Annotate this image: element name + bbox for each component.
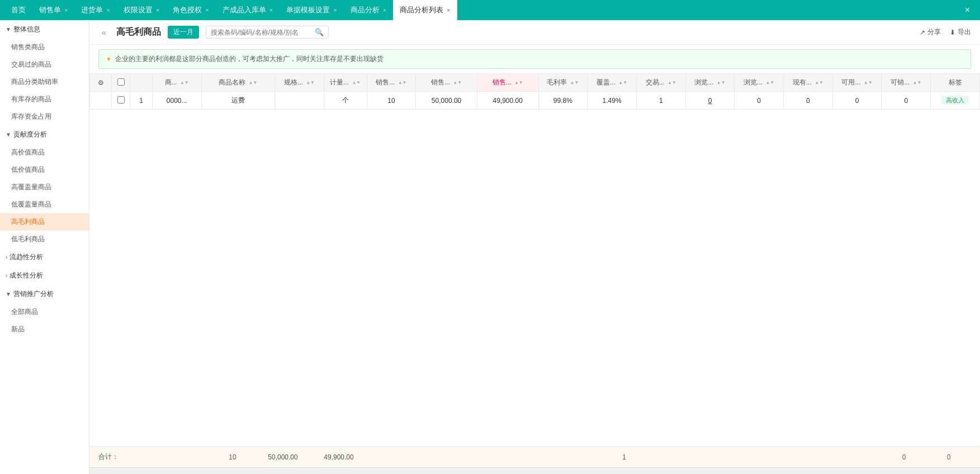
sidebar-item-new-goods[interactable]: 新品 (0, 321, 89, 338)
col-unit[interactable]: 计量... ▲▼ (324, 74, 367, 92)
cell-gross-rate: 99.8% (538, 92, 588, 110)
app-close-button[interactable]: × (959, 5, 976, 15)
sidebar-item-low-value[interactable]: 低价值商品 (0, 161, 89, 179)
table-wrapper: ⚙ 商... ▲▼ 商品名称 ▲▼ 规格... ▲ (89, 73, 980, 446)
close-permission-settings[interactable]: × (156, 7, 159, 13)
nav-template-settings[interactable]: 单据模板设置 × (280, 0, 343, 20)
cell-browse1[interactable]: 0 (685, 92, 735, 110)
col-browse1[interactable]: 浏览... ▲▼ (685, 74, 735, 92)
cell-sales-qty: 10 (367, 92, 416, 110)
arrow-contribution: ▼ (6, 132, 11, 138)
nav-role-permission[interactable]: 角色授权 × (166, 0, 215, 20)
col-sales-amt[interactable]: 销售... ▲▼ (416, 74, 477, 92)
top-navigation: 首页 销售单 × 进货单 × 权限设置 × 角色授权 × 产成品入库单 × 单据… (0, 0, 980, 20)
cell-spec (275, 92, 324, 110)
cell-index: 1 (130, 92, 152, 110)
sidebar: ▼ 整体信息 销售类商品 交易过的商品 商品分类助销率 有库存的商品 库存资金占… (0, 20, 89, 474)
col-name[interactable]: 商品名称 ▲▼ (201, 74, 275, 92)
nav-sales-order[interactable]: 销售单 × (32, 0, 74, 20)
sidebar-section-contribution[interactable]: ▼ 贡献度分析 (0, 125, 89, 144)
cell-available: 0 (832, 92, 882, 110)
export-button[interactable]: ⬇ 导出 (950, 27, 971, 37)
footer-sales-profit: 49,900.00 (311, 453, 367, 461)
col-sellable[interactable]: 可销... ▲▼ (882, 74, 931, 92)
arrow-growth: › (6, 273, 7, 279)
sidebar-item-sales-goods[interactable]: 销售类商品 (0, 39, 89, 56)
close-product-analysis[interactable]: × (383, 7, 386, 13)
horizontal-scrollbar[interactable] (89, 467, 980, 474)
export-icon: ⬇ (950, 29, 955, 36)
sidebar-item-high-margin[interactable]: 高毛利商品 (0, 213, 89, 231)
arrow-trend: › (6, 254, 7, 260)
close-role-permission[interactable]: × (205, 7, 209, 13)
nav-home[interactable]: 首页 (4, 0, 32, 20)
cell-transaction: 1 (636, 92, 685, 110)
col-code[interactable]: 商... ▲▼ (152, 74, 201, 92)
col-checkbox (112, 74, 130, 92)
cell-coverage: 1.49% (588, 92, 637, 110)
share-button[interactable]: ↗ 分享 (920, 27, 941, 37)
sidebar-section-growth[interactable]: › 成长性分析 (0, 266, 89, 285)
cell-code: 0000... (152, 92, 201, 110)
nav-purchase-order[interactable]: 进货单 × (74, 0, 116, 20)
col-available[interactable]: 可用... ▲▼ (832, 74, 882, 92)
col-gross-rate[interactable]: 毛利率 ▲▼ (538, 74, 588, 92)
content-header: « 高毛利商品 近一月 🔍 ↗ 分享 ⬇ 导出 (89, 20, 980, 45)
nav-finished-goods[interactable]: 产成品入库单 × (216, 0, 280, 20)
close-finished-goods[interactable]: × (269, 7, 273, 13)
close-sales-order[interactable]: × (64, 7, 68, 13)
content-area: « 高毛利商品 近一月 🔍 ↗ 分享 ⬇ 导出 ✦ 企业的主要的利润都是这部 (89, 20, 980, 474)
sidebar-item-traded-goods[interactable]: 交易过的商品 (0, 56, 89, 73)
col-current-stock[interactable]: 现有... ▲▼ (784, 74, 833, 92)
col-tag[interactable]: 标签 (931, 74, 980, 92)
info-banner: ✦ 企业的主要的利润都是这部分商品创造的，可考虑加大推广，同时关注库存是不要出现… (98, 49, 971, 69)
col-sales-profit[interactable]: 销售... ▲▼ (477, 74, 538, 92)
footer-sales-amt: 50,000.00 (255, 453, 311, 461)
col-spec[interactable]: 规格... ▲▼ (275, 74, 324, 92)
header-actions: ↗ 分享 ⬇ 导出 (920, 27, 971, 37)
close-product-analysis-list[interactable]: × (447, 7, 450, 13)
cell-browse2: 0 (735, 92, 784, 110)
close-template-settings[interactable]: × (333, 7, 337, 13)
select-all-checkbox[interactable] (117, 78, 125, 86)
footer-available: 0 (926, 453, 971, 461)
cell-sales-amt: 50,000.00 (416, 92, 477, 110)
search-input[interactable] (211, 29, 311, 36)
cell-sellable: 0 (882, 92, 931, 110)
sidebar-item-all-goods[interactable]: 全部商品 (0, 303, 89, 321)
cell-settings (90, 92, 112, 110)
col-sales-qty[interactable]: 销售... ▲▼ (367, 74, 416, 92)
search-box: 🔍 (206, 26, 329, 39)
col-settings[interactable]: ⚙ (90, 74, 112, 92)
sidebar-collapse-button[interactable]: « (98, 27, 110, 38)
cell-checkbox (112, 92, 130, 110)
footer-current-stock: 0 (882, 453, 926, 461)
sidebar-item-high-coverage[interactable]: 高覆盖量商品 (0, 179, 89, 196)
cell-current-stock: 0 (784, 92, 833, 110)
sidebar-section-marketing[interactable]: ▼ 营销推广分析 (0, 285, 89, 303)
cell-sales-profit: 49,900.00 (477, 92, 538, 110)
sidebar-item-high-value[interactable]: 高价值商品 (0, 144, 89, 161)
sidebar-item-low-coverage[interactable]: 低覆盖量商品 (0, 196, 89, 213)
footer-sales-qty: 10 (210, 453, 255, 461)
sidebar-section-overall[interactable]: ▼ 整体信息 (0, 20, 89, 39)
page-title: 高毛利商品 (116, 26, 161, 38)
row-checkbox[interactable] (117, 96, 125, 104)
sidebar-item-low-margin[interactable]: 低毛利商品 (0, 231, 89, 248)
close-purchase-order[interactable]: × (106, 7, 110, 13)
col-browse2[interactable]: 浏览... ▲▼ (735, 74, 784, 92)
sidebar-item-stocked-goods[interactable]: 有库存的商品 (0, 91, 89, 108)
nav-permission-settings[interactable]: 权限设置 × (117, 0, 166, 20)
search-icon[interactable]: 🔍 (315, 28, 324, 36)
nav-product-analysis[interactable]: 商品分析 × (344, 0, 393, 20)
sidebar-item-category-assist[interactable]: 商品分类助销率 (0, 73, 89, 91)
sidebar-item-stock-capital[interactable]: 库存资金占用 (0, 108, 89, 125)
time-filter-button[interactable]: 近一月 (168, 26, 199, 39)
nav-product-analysis-list[interactable]: 商品分析列表 × (393, 0, 457, 20)
sidebar-section-trend[interactable]: › 流趋性分析 (0, 248, 89, 266)
cell-tag: 高收入 (931, 92, 980, 110)
cell-unit: 个 (324, 92, 367, 110)
total-label: 合计： (98, 452, 210, 462)
col-transaction[interactable]: 交易... ▲▼ (636, 74, 685, 92)
col-coverage[interactable]: 覆盖... ▲▼ (588, 74, 637, 92)
